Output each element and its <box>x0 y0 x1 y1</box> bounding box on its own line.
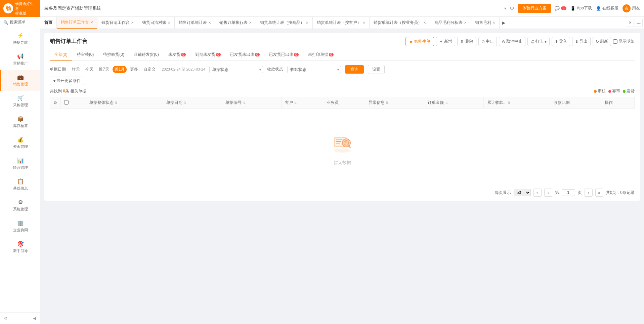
user-menu-btn[interactable]: 友 用友 <box>622 4 640 12</box>
payment-filter-select[interactable]: 收款状态 <box>287 66 341 73</box>
sidebar-item-sales[interactable]: 💼 销售管理 <box>0 70 40 91</box>
sidebar-item-guide[interactable]: 🎯 新手引导 <box>0 237 40 257</box>
sub-tab-pending-audit[interactable]: 待审核(0) <box>72 49 99 60</box>
sub-tab-shipped-not-out[interactable]: 已发货未出库0 <box>225 49 264 60</box>
cancel-stop-btn[interactable]: ⊘ 取消中止 <box>499 37 525 46</box>
tab-close-cash-daily[interactable]: ✕ <box>131 21 134 25</box>
refresh-btn[interactable]: ↻ 刷新 <box>593 37 611 46</box>
tab-close-sales-profit[interactable]: ✕ <box>492 21 495 25</box>
online-service-btn[interactable]: 👤 在线客服 <box>596 5 618 11</box>
stop-btn[interactable]: ⊙ 中止 <box>478 37 497 46</box>
collapse-sidebar-btn[interactable]: ◀ <box>33 316 36 321</box>
query-btn[interactable]: 查询 <box>345 65 364 74</box>
show-detail-checkbox[interactable] <box>613 39 617 44</box>
industry-solution-btn[interactable]: 体验行业方案 <box>518 4 551 13</box>
tab-action-minimize[interactable]: — <box>635 19 643 27</box>
ship-action-btn[interactable]: 发货 <box>623 88 635 94</box>
sub-tab-pending-inspect[interactable]: 待抄验货(0) <box>98 49 129 60</box>
inventory-icon: 📦 <box>17 116 24 122</box>
print-btn[interactable]: 🖨 打印 ▾ <box>527 37 550 46</box>
th-operation: 操作 <box>601 97 635 109</box>
tab-product-margin[interactable]: 商品毛利分析表 ✕ <box>430 17 471 29</box>
add-btn[interactable]: ＋ 新增 <box>436 37 455 46</box>
sidebar-item-marketing[interactable]: 📢 营销推广 <box>0 49 40 70</box>
tab-close-sales-summary-customer[interactable]: ✕ <box>362 21 365 25</box>
tab-sales-summary-customer[interactable]: 销货单统计表（按客户） ✕ <box>313 17 370 29</box>
svg-point-0 <box>334 149 351 153</box>
import-btn[interactable]: ⬆ 导入 <box>552 37 570 46</box>
smart-create-btn[interactable]: ★ 智能生单 <box>405 37 434 46</box>
sub-tab-overdue[interactable]: 到期未发货0 <box>190 49 225 60</box>
tab-home[interactable]: 首页 <box>40 17 57 29</box>
status-filter-select[interactable]: 单据状态 <box>209 66 263 73</box>
tab-close-sales-exec[interactable]: ✕ <box>249 21 252 25</box>
sidebar-item-quick-nav[interactable]: ⚡ 快捷导航 <box>0 28 40 49</box>
sidebar-item-system[interactable]: ⚙ 系统管理 <box>0 195 40 216</box>
tab-sales-stat[interactable]: 销售订单统计表 ✕ <box>175 17 215 29</box>
tab-action-close-others[interactable]: ✕ <box>626 19 634 27</box>
sub-tab-all[interactable]: 全部(0) <box>50 49 72 60</box>
sidebar-item-purchase[interactable]: 🛒 采购管理 <box>0 91 40 112</box>
sort-date-icon[interactable]: ⇅ <box>183 101 186 105</box>
date-btn-yesterday[interactable]: 昨天 <box>70 66 82 73</box>
page-content: 销售订单工作台 ★ 智能生单 ＋ 新增 🗑 删除 ⊙ <box>40 29 644 324</box>
sub-tab-not-printed[interactable]: 未打印单据0 <box>303 49 338 60</box>
revoke-action-btn[interactable]: 弃审 <box>608 88 620 94</box>
sidebar-item-finance[interactable]: 💰 资金管理 <box>0 132 40 153</box>
sidebar-item-operations[interactable]: 📊 经营管理 <box>0 153 40 174</box>
sub-tab-not-shipped[interactable]: 未发货0 <box>164 49 190 60</box>
show-detail-checkbox-label[interactable]: 显示明细 <box>613 39 635 44</box>
last-page-btn[interactable]: » <box>595 189 603 197</box>
tab-close-sales-workbench[interactable]: ✕ <box>90 21 93 24</box>
export-btn[interactable]: ⬇ 导出 <box>572 37 591 46</box>
sort-status-icon[interactable]: ⇅ <box>115 101 117 105</box>
tab-close-sales-stat[interactable]: ✕ <box>208 21 211 25</box>
message-btn[interactable]: 💬 6 <box>555 6 566 11</box>
tab-cash-reconcile[interactable]: 钱货日清对账 ✕ <box>138 17 175 29</box>
tab-cash-daily[interactable]: 钱货日清工作台 ✕ <box>97 17 138 29</box>
th-checkbox[interactable] <box>61 97 86 109</box>
date-btn-today[interactable]: 今天 <box>83 66 95 73</box>
page-number-input[interactable] <box>562 189 575 196</box>
prev-page-btn[interactable]: ‹ <box>544 189 552 197</box>
work-card: 销售订单工作台 ★ 智能生单 ＋ 新增 🗑 删除 ⊙ <box>44 33 640 201</box>
tab-close-cash-reconcile[interactable]: ✕ <box>168 21 170 25</box>
sort-amount-icon[interactable]: ⇅ <box>445 101 448 105</box>
expand-filter-btn[interactable]: ▾ 展开更多条件 <box>50 77 84 85</box>
date-btn-more[interactable]: 更多 <box>128 66 140 73</box>
next-page-btn[interactable]: › <box>585 189 593 197</box>
delete-btn[interactable]: 🗑 删除 <box>457 37 476 46</box>
date-btn-7days[interactable]: 近7天 <box>97 66 111 73</box>
settings-icon[interactable]: ⚙ <box>4 316 8 321</box>
sort-abnormal-icon[interactable]: ⇅ <box>386 101 388 105</box>
date-btn-1month[interactable]: 近1月 <box>113 66 127 73</box>
tab-close-sales-summary-staff[interactable]: ✕ <box>423 21 426 25</box>
tab-sales-summary-product[interactable]: 销货单统计表（按商品） ✕ <box>256 17 313 29</box>
sort-collected-icon[interactable]: ⇅ <box>508 101 510 105</box>
audit-action-btn[interactable]: 审核 <box>594 88 606 94</box>
tab-sales-summary-staff[interactable]: 销货单统计表（按业务员） ✕ <box>370 17 430 29</box>
sub-tab-wangpu[interactable]: 旺铺待发货(0) <box>129 49 164 60</box>
sort-number-icon[interactable]: ⇅ <box>243 101 246 105</box>
tab-sales-profit[interactable]: 销售毛利 ✕ <box>471 17 500 29</box>
dropdown-arrow-icon[interactable]: ▾ <box>504 6 506 11</box>
page-size-select[interactable]: 50 10 20 100 <box>514 189 531 196</box>
sidebar-item-enterprise[interactable]: 🏢 企业协同 <box>0 216 40 237</box>
set-btn[interactable]: 设置 <box>368 65 385 74</box>
settings-btn[interactable]: ⚙ <box>510 5 514 11</box>
tab-sales-exec[interactable]: 销售订单执行表 ✕ <box>215 17 256 29</box>
first-page-btn[interactable]: « <box>533 189 542 197</box>
sub-tab-shipped-out[interactable]: 已发货已出库0 <box>264 49 303 60</box>
date-btn-custom[interactable]: 自定义 <box>141 66 158 73</box>
sidebar-item-basic-info[interactable]: 📋 基础信息 <box>0 174 40 195</box>
tab-close-product-margin[interactable]: ✕ <box>464 21 467 25</box>
sidebar-item-inventory[interactable]: 📦 库存核算 <box>0 112 40 132</box>
tab-more-btn[interactable]: ▶ <box>500 21 508 25</box>
th-settings[interactable]: ⚙ <box>50 97 61 109</box>
tab-close-sales-summary-product[interactable]: ✕ <box>306 21 308 25</box>
sort-customer-icon[interactable]: ⇅ <box>294 101 297 105</box>
tab-sales-workbench[interactable]: 销售订单工作台 ✕ <box>57 17 97 29</box>
app-download-btn[interactable]: 📱 App下载 <box>570 5 592 11</box>
search-menu-item[interactable]: 🔍 搜索菜单 <box>0 17 40 28</box>
select-all-checkbox[interactable] <box>64 100 69 105</box>
